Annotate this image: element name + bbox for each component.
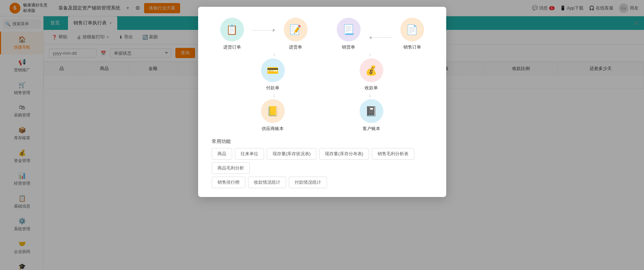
- customer-ledger-circle: 📓: [360, 99, 383, 123]
- arrow-left-1: [369, 29, 392, 39]
- common-btn-7[interactable]: 收款情况统计: [248, 177, 286, 188]
- common-section: 常用功能 商品 往来单位 现存量(库存状况表) 现存量(库存分布表) 销售毛利分…: [212, 139, 433, 188]
- common-btn-6[interactable]: 销售排行榜: [212, 177, 245, 188]
- flow-node-receipt[interactable]: 💰 收款单: [351, 58, 392, 91]
- supplier-ledger-circle: 📒: [261, 99, 285, 123]
- common-btn-2[interactable]: 现存量(库存状况表): [267, 148, 317, 160]
- flow-node-supplier-ledger[interactable]: 📒 供应商账本: [253, 99, 293, 132]
- sale-bill-circle: 📃: [337, 18, 361, 41]
- flow-row-3: 📒 供应商账本 📓 客户账本: [212, 99, 433, 132]
- common-btn-4[interactable]: 销售毛利分析表: [372, 148, 414, 160]
- purchase-order-circle: 📋: [220, 18, 244, 41]
- purchase-bill-circle: 📝: [284, 18, 308, 41]
- arrow-down-purchase: ↓: [273, 52, 276, 57]
- sale-order-icon: 📄: [406, 24, 418, 35]
- customer-ledger-icon: 📓: [365, 106, 377, 117]
- common-btn-1[interactable]: 往来单位: [235, 148, 264, 160]
- sale-bill-icon: 📃: [343, 24, 354, 35]
- receipt-icon: 💰: [365, 65, 377, 76]
- receipt-circle: 💰: [360, 58, 383, 82]
- common-btn-8[interactable]: 付款情况统计: [289, 177, 327, 188]
- purchase-order-icon: 📋: [226, 24, 238, 35]
- purchase-order-label: 进货订单: [223, 44, 241, 50]
- customer-ledger-label: 客户账本: [363, 126, 380, 132]
- flow-node-purchase-order[interactable]: 📋 进货订单: [212, 18, 253, 50]
- common-btn-3[interactable]: 现存量(库存分布表): [319, 148, 369, 160]
- sale-order-label: 销售订单: [403, 44, 421, 50]
- common-btns-row2: 销售排行榜 收款情况统计 付款情况统计: [212, 177, 433, 188]
- arrow-right-1: [253, 29, 275, 39]
- flow-node-payment[interactable]: 💳 付款单: [253, 58, 293, 91]
- sale-bill-label: 销货单: [342, 44, 355, 50]
- purchase-bill-icon: 📝: [290, 24, 301, 35]
- arrow-down-receipt: ↓: [369, 92, 371, 98]
- payment-icon: 💳: [267, 65, 279, 76]
- arrow-row-down: ↓ ↓: [212, 50, 433, 58]
- supplier-ledger-icon: 📒: [267, 106, 279, 117]
- arrow-row-down-2: ↓ ↓: [212, 91, 433, 99]
- popup: 📋 进货订单: [198, 16, 446, 197]
- receipt-label: 收款单: [365, 85, 378, 91]
- flow-row-1: 📋 进货订单: [212, 18, 433, 50]
- sale-order-circle: 📄: [400, 18, 424, 41]
- flow-node-purchase-bill[interactable]: 📝 进货单: [275, 18, 316, 50]
- flow-node-customer-ledger[interactable]: 📓 客户账本: [351, 99, 392, 132]
- flow-row-2: 💳 付款单 💰 收款单: [212, 58, 433, 91]
- purchase-bill-label: 进货单: [289, 44, 302, 50]
- flow-node-sale-order[interactable]: 📄 销售订单: [392, 18, 433, 50]
- flow-node-sale-bill[interactable]: 📃 销货单: [328, 18, 369, 50]
- arrow-down-payment: ↓: [273, 92, 276, 98]
- common-btns: 商品 往来单位 现存量(库存状况表) 现存量(库存分布表) 销售毛利分析表 商品…: [212, 148, 433, 174]
- common-btn-5[interactable]: 商品毛利分析: [212, 162, 250, 174]
- content-area: 首页 销售订单执行表 × ✕ ❓ 帮助 🖨 按模板打印 ▼: [43, 16, 644, 270]
- popup-overlay[interactable]: 📋 进货订单: [43, 16, 644, 270]
- payment-circle: 💳: [261, 58, 285, 82]
- supplier-ledger-label: 供应商账本: [262, 126, 284, 132]
- common-btn-0[interactable]: 商品: [212, 148, 232, 160]
- flow-section: 📋 进货订单: [212, 18, 433, 132]
- payment-label: 付款单: [266, 85, 279, 91]
- common-title: 常用功能: [212, 139, 433, 145]
- popup-scrollbar[interactable]: ◀ ▶: [198, 196, 446, 197]
- arrow-down-sale: ↓: [369, 52, 371, 57]
